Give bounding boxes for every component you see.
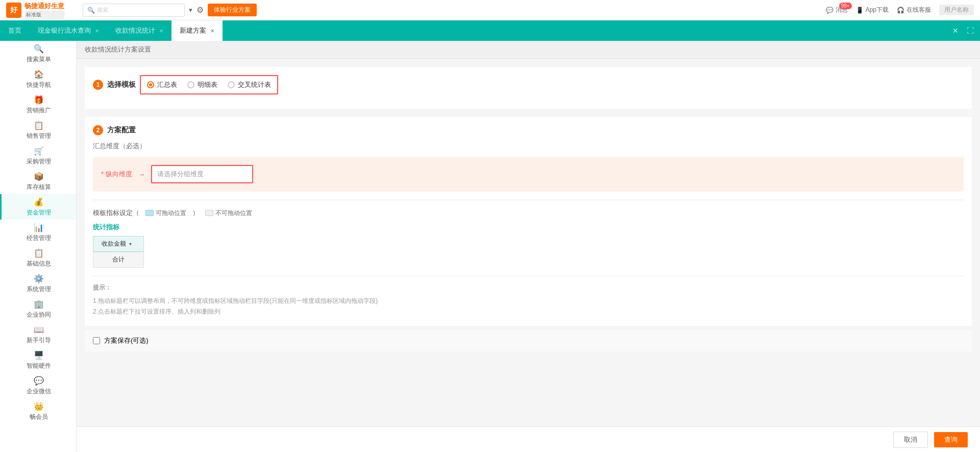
- template-select-group: 汇总表 明细表 交叉统计表: [140, 75, 278, 94]
- sidebar: 🔍 搜索菜单 🏠 快捷导航 🎁 营销推广 📋 销售管理 🛒 采购管理 📦 库存核…: [0, 41, 77, 452]
- legend-non-draggable: 不可拖动位置: [205, 209, 252, 218]
- dimension-select-placeholder: 请选择分组维度: [157, 170, 204, 179]
- message-symbol: 💬: [826, 7, 834, 14]
- step2-title: 方案配置: [107, 126, 136, 135]
- tab-new-plan-label: 新建方案: [180, 26, 206, 35]
- radio-summary-circle: [147, 81, 154, 88]
- metric-header: 模板指标设定（ 可拖动位置 ） 不可拖动位置: [93, 208, 964, 218]
- sidebar-item-search[interactable]: 🔍 搜索菜单: [0, 41, 76, 66]
- query-button[interactable]: 查询: [934, 432, 968, 447]
- sidebar-item-inventory[interactable]: 📦 库存核算: [0, 169, 76, 194]
- metric-col1-label: 收款金额: [102, 240, 126, 248]
- dropdown-arrow[interactable]: ▾: [189, 6, 192, 14]
- sidebar-item-wechat[interactable]: 💬 企业微信: [0, 373, 76, 398]
- legend-draggable-label: 可拖动位置: [156, 209, 186, 218]
- radio-summary[interactable]: 汇总表: [147, 80, 177, 89]
- breadcrumb: 收款情况统计方案设置: [85, 45, 151, 53]
- sidebar-item-marketing[interactable]: 🎁 营销推广: [0, 92, 76, 117]
- tabs-actions: ✕ ⛶: [950, 25, 980, 37]
- sidebar-item-member[interactable]: 👑 畅会员: [0, 398, 76, 424]
- tab-new-plan-close[interactable]: ✕: [210, 28, 214, 34]
- message-icon[interactable]: 💬 消息 99+: [826, 6, 848, 14]
- radio-crosstab-circle: [228, 81, 235, 88]
- tab-cash-query[interactable]: 现金银行流水查询 ✕: [30, 20, 107, 41]
- online-service-link[interactable]: 🎧 在线客服: [897, 6, 931, 14]
- legend-non-draggable-label: 不可拖动位置: [215, 209, 252, 218]
- app-download-link[interactable]: 📱 App下载: [856, 6, 889, 14]
- sidebar-sales-label: 销售管理: [27, 132, 51, 140]
- step1-title: 选择模板: [107, 80, 136, 89]
- step2-number: 2: [93, 125, 103, 135]
- logo-icon: 好: [6, 3, 21, 18]
- legend-draggable-box: [145, 210, 154, 216]
- page-header: 收款情况统计方案设置: [77, 41, 980, 59]
- tab-new-plan[interactable]: 新建方案 ✕: [172, 20, 223, 41]
- cart-icon: 🛒: [34, 146, 44, 156]
- search-icon: 🔍: [34, 44, 44, 54]
- sidebar-item-operations[interactable]: 📊 经营管理: [0, 220, 76, 245]
- search-bar: 🔍 搜索: [83, 4, 185, 17]
- dimension-select[interactable]: 请选择分组维度: [151, 165, 253, 183]
- settings-icon[interactable]: ⚙: [197, 5, 204, 15]
- sidebar-purchase-label: 采购管理: [27, 157, 51, 166]
- step1-header: 1 选择模板 汇总表 明细表 交叉统计表: [93, 75, 964, 94]
- radio-detail[interactable]: 明细表: [187, 80, 217, 89]
- footer-spacer: [77, 360, 980, 390]
- tip-label: 提示：: [93, 282, 964, 294]
- tab-close-all[interactable]: ✕: [950, 25, 961, 37]
- metric-col1-header[interactable]: 收款金额 ▾: [93, 236, 144, 252]
- radio-detail-label: 明细表: [198, 80, 217, 89]
- box-icon: 📦: [34, 172, 44, 181]
- trial-button[interactable]: 体验行业方案: [208, 4, 257, 16]
- tab-home[interactable]: 首页: [0, 20, 30, 41]
- save-checkbox[interactable]: [93, 337, 100, 344]
- sidebar-item-system[interactable]: ⚙️ 系统管理: [0, 271, 76, 296]
- tips-section: 提示： 1.拖动标题栏可以调整布局，不可跨维度或指标区域拖动栏目字段(只能在同一…: [93, 276, 964, 318]
- cancel-button[interactable]: 取消: [893, 432, 928, 448]
- enterprise-icon: 🏢: [34, 299, 44, 309]
- book-icon: 📖: [34, 325, 44, 335]
- content-area: 1 选择模板 汇总表 明细表 交叉统计表: [77, 59, 980, 360]
- sidebar-hardware-label: 智能硬件: [27, 362, 51, 370]
- metric-section-title: 统计指标: [93, 223, 144, 232]
- divider: [93, 200, 964, 200]
- sidebar-item-purchase[interactable]: 🛒 采购管理: [0, 143, 76, 169]
- step1-section: 1 选择模板 汇总表 明细表 交叉统计表: [85, 67, 972, 109]
- tab-collection-stat-close[interactable]: ✕: [159, 28, 163, 34]
- sidebar-item-hardware[interactable]: 🖥️ 智能硬件: [0, 347, 76, 373]
- metric-settings: 模板指标设定（ 可拖动位置 ） 不可拖动位置 统计指标: [93, 208, 964, 268]
- sidebar-item-sales[interactable]: 📋 销售管理: [0, 117, 76, 143]
- metric-col1-dropdown[interactable]: ▾: [129, 241, 132, 247]
- sidebar-finance-label: 资金管理: [27, 208, 51, 217]
- sidebar-guide-label: 新手引导: [27, 336, 51, 345]
- sidebar-basics-label: 基础信息: [27, 259, 51, 268]
- tab-collection-stat-label: 收款情况统计: [115, 26, 155, 35]
- tab-expand[interactable]: ⛶: [965, 25, 976, 37]
- radio-detail-circle: [187, 81, 194, 88]
- radio-crosstab[interactable]: 交叉统计表: [228, 80, 271, 89]
- tab-cash-query-close[interactable]: ✕: [95, 28, 99, 34]
- sidebar-item-basics[interactable]: 📋 基础信息: [0, 245, 76, 271]
- sidebar-enterprise-label: 企业协同: [27, 311, 51, 319]
- dimension-row: * 纵向维度 → 请选择分组维度: [101, 165, 955, 183]
- chart-icon: 📊: [34, 223, 44, 232]
- step1-number: 1: [93, 80, 103, 90]
- sidebar-search-label: 搜索菜单: [27, 55, 51, 64]
- header-right: 💬 消息 99+ 📱 App下载 🎧 在线客服 用户名称: [826, 5, 974, 15]
- footer: 取消 查询: [77, 426, 980, 452]
- sidebar-quicknav-label: 快捷导航: [27, 81, 51, 89]
- tab-collection-stat[interactable]: 收款情况统计 ✕: [107, 20, 172, 41]
- app-download-label: App下载: [866, 6, 889, 14]
- sidebar-item-guide[interactable]: 📖 新手引导: [0, 322, 76, 347]
- legend-non-draggable-box: [205, 210, 213, 216]
- sidebar-item-quicknav[interactable]: 🏠 快捷导航: [0, 66, 76, 92]
- arrow-separator: →: [138, 171, 145, 178]
- hardware-icon: 🖥️: [34, 350, 44, 360]
- dimension-area: * 纵向维度 → 请选择分组维度: [93, 157, 964, 192]
- tab-bar: 首页 现金银行流水查询 ✕ 收款情况统计 ✕ 新建方案 ✕ ✕ ⛶: [0, 20, 980, 41]
- header-search: 🔍 搜索 ▾ ⚙ 体验行业方案: [83, 4, 826, 17]
- sidebar-item-enterprise[interactable]: 🏢 企业协同: [0, 296, 76, 322]
- sidebar-inventory-label: 库存核算: [27, 183, 51, 192]
- sales-icon: 📋: [34, 121, 44, 130]
- sidebar-item-finance[interactable]: 💰 资金管理: [0, 194, 76, 220]
